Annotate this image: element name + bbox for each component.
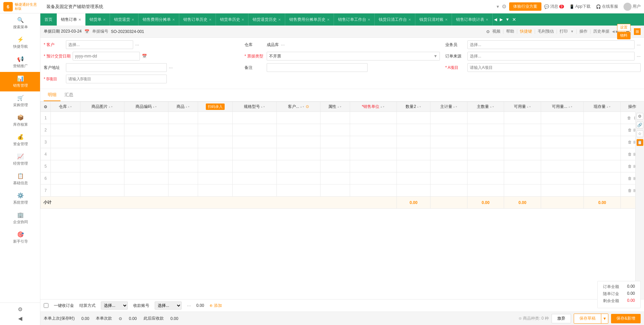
calendar-icon[interactable]: 📅	[142, 54, 147, 58]
tab-more[interactable]: ▼	[504, 17, 511, 22]
sidebar-item-guide[interactable]: 🎯 新手引导	[0, 228, 40, 247]
operation-button[interactable]: 操作	[579, 29, 588, 34]
tab-expense-history[interactable]: 销售费用分摊单历史 ✕	[285, 13, 334, 26]
right-panel-icon-5[interactable]: 📋	[637, 139, 643, 146]
save-new-button[interactable]: 保存&新增	[611, 314, 641, 323]
th-scan[interactable]: 扫码录入	[198, 102, 233, 112]
sidebar-item-enterprise[interactable]: 🏢 企业协同	[0, 208, 40, 228]
online-service[interactable]: 🎧 在线客服	[596, 4, 618, 9]
tab-sales-workbench[interactable]: 销售订单工作台 ✕	[334, 13, 375, 26]
sidebar-item-finance[interactable]: 💰 资金管理	[0, 130, 40, 150]
tab-cash-reconcile[interactable]: 钱货日清对账 ✕	[415, 13, 452, 26]
sidebar-item-purchase[interactable]: 🛒 采购管理	[0, 91, 40, 111]
delete-row-icon[interactable]: 🗑	[628, 152, 632, 157]
right-panel-icon-2[interactable]: ⚙	[637, 113, 643, 120]
close-tab-icon[interactable]: ✕	[172, 18, 175, 22]
payment-account-select[interactable]: 选择...	[155, 301, 182, 310]
right-panel-icon-4[interactable]: ☆	[637, 130, 643, 137]
close-tab-icon[interactable]: ✕	[131, 18, 134, 22]
profit-button[interactable]: 毛利预估	[538, 29, 554, 34]
tab-close-all[interactable]: ✕	[511, 17, 518, 22]
sidebar-item-inventory[interactable]: 📦 库存核算	[0, 111, 40, 130]
tab-prev[interactable]: ◀	[493, 17, 498, 22]
tab-goods-history[interactable]: 销货单历史 ✕	[216, 13, 249, 26]
sidebar-item-search[interactable]: 🔍 搜索菜单	[0, 13, 40, 33]
close-tab-icon[interactable]: ✕	[445, 18, 448, 22]
delete-row-icon[interactable]: 🗑	[628, 140, 632, 145]
order-source-input[interactable]	[467, 52, 635, 60]
delete-row-icon[interactable]: 🗑	[628, 188, 632, 193]
delete-row-icon[interactable]: 🗑	[628, 128, 632, 132]
tab-home[interactable]: 首页	[40, 13, 57, 26]
close-tab-icon[interactable]: ✕	[408, 18, 411, 22]
sidebar-item-quick-nav[interactable]: ⚡ 快捷导航	[0, 33, 40, 52]
sidebar-item-operation[interactable]: 📈 经营管理	[0, 150, 40, 169]
tab-sales-return[interactable]: 销货退货 ✕	[110, 13, 139, 26]
address-more-icon[interactable]: ···	[169, 65, 173, 70]
tab-sales-expense[interactable]: 销售费用分摊单 ✕	[139, 13, 179, 26]
one-click-order-checkbox[interactable]	[44, 303, 48, 308]
tab-sales-goods[interactable]: 销货单 ✕	[85, 13, 110, 26]
sidebar-item-sales[interactable]: 📊 销售管理	[0, 72, 40, 91]
close-tab-icon[interactable]: ✕	[486, 18, 488, 22]
tab-detail[interactable]: 明细	[44, 89, 61, 101]
a-project-input[interactable]	[467, 63, 641, 72]
sidebar-item-basic-info[interactable]: 📋 基础信息	[0, 169, 40, 189]
grid-view-icon[interactable]: ⊞	[634, 28, 641, 35]
delivery-date-input[interactable]	[73, 52, 140, 60]
delete-row-icon[interactable]: 🗑	[628, 164, 632, 169]
dropdown-icon[interactable]: ▼	[433, 54, 438, 58]
row-product-code[interactable]	[124, 112, 168, 124]
row-product[interactable]	[168, 112, 198, 124]
close-tab-icon[interactable]: ✕	[209, 18, 212, 22]
customer-more-icon[interactable]: ···	[135, 42, 139, 47]
tab-sales-order[interactable]: 销售订单 ✕	[57, 13, 85, 26]
close-tab-icon[interactable]: ✕	[103, 18, 106, 22]
close-tab-icon[interactable]: ✕	[78, 18, 81, 22]
goods-btn[interactable]: 物料	[617, 32, 631, 39]
sidebar-item-marketing[interactable]: 📢 营销推广	[0, 52, 40, 72]
calendar-icon[interactable]: 📅	[84, 29, 89, 34]
collapse-icon[interactable]: ◀	[18, 315, 22, 322]
print-button[interactable]: 打印	[560, 29, 568, 34]
discard-button[interactable]: 放弃	[552, 314, 571, 323]
video-button[interactable]: 视频	[492, 29, 500, 34]
tab-sales-history[interactable]: 销售订单历史 ✕	[179, 13, 216, 26]
close-tab-icon[interactable]: ✕	[278, 18, 281, 22]
solution-button[interactable]: 体验行业方案	[509, 2, 541, 11]
tab-summary[interactable]: 汇总	[61, 89, 77, 101]
settings-btn[interactable]: 设置	[617, 26, 631, 31]
right-panel-icon-3[interactable]: 🔗	[637, 122, 643, 128]
user-menu[interactable]: 用户	[623, 3, 641, 11]
settings-bottom-icon[interactable]: ⚙	[18, 306, 23, 313]
delete-row-icon[interactable]: 🗑	[627, 116, 631, 120]
add-payment-button[interactable]: ⊕ 添加	[210, 303, 222, 309]
row-warehouse[interactable]	[51, 112, 80, 124]
tab-sales-stats[interactable]: 销售订单统计表 ✕	[452, 13, 493, 26]
help-button[interactable]: 帮助	[506, 29, 514, 34]
row-main-qty[interactable]	[467, 112, 504, 124]
th-settings[interactable]: ⚙	[41, 102, 51, 112]
order-source-more-icon[interactable]: ···	[637, 53, 641, 59]
remark-input[interactable]	[267, 63, 368, 72]
tab-return-history[interactable]: 销货退货历史 ✕	[249, 13, 285, 26]
staff-input[interactable]	[467, 40, 635, 49]
payment-more-icon[interactable]: ···	[187, 303, 191, 308]
customer-address-input[interactable]	[66, 63, 167, 72]
customer-input[interactable]	[66, 40, 133, 49]
b-project-input[interactable]	[66, 75, 167, 83]
delete-row-icon[interactable]: 🗑	[628, 176, 632, 181]
row-qty2[interactable]	[397, 112, 430, 124]
tab-next[interactable]: ▶	[498, 17, 504, 22]
app-download[interactable]: 📱 App下载	[569, 4, 591, 9]
close-tab-icon[interactable]: ✕	[327, 18, 330, 22]
payment-method-select[interactable]: 选择...	[101, 301, 128, 310]
warehouse-more-icon[interactable]: ···	[281, 42, 285, 47]
close-tab-icon[interactable]: ✕	[241, 18, 244, 22]
row-sales-unit[interactable]	[350, 112, 397, 124]
scan-input-button[interactable]: 扫码录入	[206, 104, 225, 110]
history-button[interactable]: 历史单据	[593, 29, 609, 34]
save-draft-dropdown-icon[interactable]: ▼	[601, 314, 608, 323]
save-draft-button[interactable]: 保存草稿	[574, 314, 601, 323]
tab-cash-workbench[interactable]: 钱货日清工作台 ✕	[375, 13, 415, 26]
